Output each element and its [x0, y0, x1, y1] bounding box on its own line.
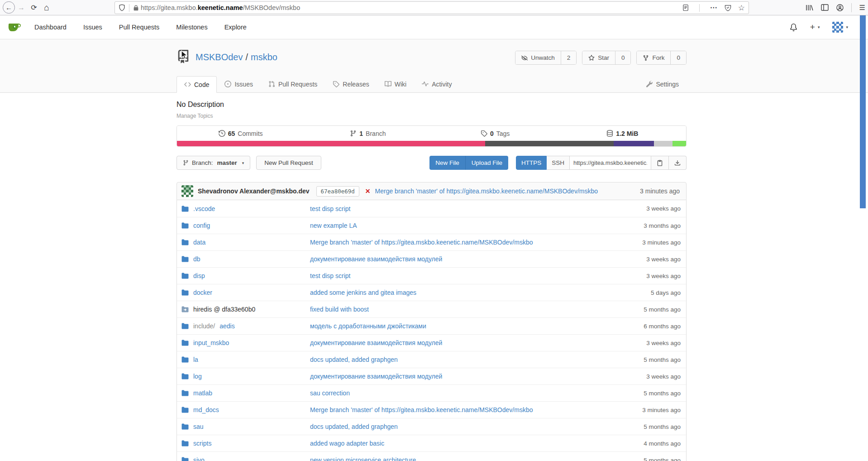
- repo-actions: Unwatch2Star0Fork0: [515, 51, 687, 65]
- create-new-button[interactable]: +▾: [810, 22, 820, 32]
- lock-icon[interactable]: [133, 5, 139, 11]
- commit-sha-link[interactable]: 67ea80e69d: [316, 186, 359, 197]
- fork-button[interactable]: Fork: [637, 51, 670, 64]
- unwatch-button[interactable]: Unwatch: [515, 51, 561, 64]
- clone-url-input[interactable]: [570, 156, 651, 170]
- file-link-log[interactable]: log: [193, 373, 202, 380]
- file-link-docker[interactable]: docker: [193, 289, 212, 296]
- file-commit-message-link[interactable]: added some jenkins and gitea images: [310, 289, 416, 296]
- nav-link-pull-requests[interactable]: Pull Requests: [119, 24, 159, 31]
- tracking-shield-icon[interactable]: [119, 4, 125, 11]
- file-commit-message-link[interactable]: sau correction: [310, 389, 350, 397]
- file-commit-message-link[interactable]: test disp script: [310, 272, 350, 279]
- browser-reload-button[interactable]: ⟳: [28, 1, 40, 14]
- stat-commits[interactable]: 65Commits: [177, 126, 304, 141]
- manage-topics-link[interactable]: Manage Topics: [176, 113, 213, 119]
- nav-link-milestones[interactable]: Milestones: [176, 24, 207, 31]
- file-commit-message-link[interactable]: fixed build with boost: [310, 306, 369, 313]
- copy-url-button[interactable]: [651, 156, 669, 170]
- browser-back-button[interactable]: ←: [3, 1, 15, 14]
- file-link-disp[interactable]: disp: [193, 272, 205, 279]
- nav-link-dashboard[interactable]: Dashboard: [34, 24, 67, 31]
- file-commit-message: модель с доработанными джойстиками: [310, 322, 644, 330]
- file-link-la[interactable]: la: [193, 356, 198, 363]
- file-commit-message-link[interactable]: new example LA: [310, 222, 357, 229]
- tab-releases[interactable]: Releases: [325, 76, 377, 92]
- nav-link-issues[interactable]: Issues: [83, 24, 102, 31]
- file-commit-message-link[interactable]: docs updated, added graphgen: [310, 356, 398, 363]
- user-menu[interactable]: ▾: [832, 22, 848, 33]
- new-pull-request-button[interactable]: New Pull Request: [256, 156, 321, 170]
- file-commit-message-link[interactable]: документирование взаимодействия модулей: [310, 339, 442, 346]
- file-commit-message-link[interactable]: docs updated, added graphgen: [310, 423, 398, 430]
- file-link-vscode[interactable]: .vscode: [193, 205, 215, 212]
- repo-owner-link[interactable]: MSKBOdev: [196, 52, 243, 62]
- file-link-md-docs[interactable]: md_docs: [193, 406, 219, 413]
- file-link-sivo[interactable]: sivo: [193, 456, 205, 461]
- stat-branch[interactable]: 1Branch: [304, 126, 431, 141]
- account-icon[interactable]: [836, 4, 844, 11]
- file-link-scripts[interactable]: scripts: [193, 440, 211, 447]
- repo-stats: 65Commits1Branch0Tags1.2 MiB: [176, 125, 687, 147]
- browser-home-button[interactable]: ⌂: [40, 1, 53, 14]
- file-commit-message-link[interactable]: документирование взаимодействия модулей: [310, 373, 442, 380]
- commit-message-link[interactable]: Merge branch 'master' of https://gitea.m…: [375, 187, 598, 195]
- fork-count[interactable]: 0: [670, 51, 686, 64]
- stat-value: 0: [490, 130, 494, 137]
- new-file-button[interactable]: New File: [429, 156, 465, 170]
- star-count[interactable]: 0: [615, 51, 631, 64]
- commit-author-avatar[interactable]: [181, 185, 193, 197]
- language-segment-5: [672, 141, 686, 146]
- notifications-bell-icon[interactable]: [790, 24, 797, 31]
- stat-tags[interactable]: 0Tags: [432, 126, 559, 141]
- menu-icon[interactable]: ☰: [859, 4, 865, 11]
- tab-activity[interactable]: Activity: [414, 76, 459, 92]
- file-link-db[interactable]: db: [193, 255, 200, 263]
- file-link-config[interactable]: config: [193, 222, 210, 229]
- pocket-icon[interactable]: [725, 5, 731, 11]
- reader-mode-icon[interactable]: [683, 4, 689, 11]
- file-link-matlab[interactable]: matlab: [193, 389, 212, 397]
- url-bar[interactable]: https://gitea.mskbo.keenetic.name/MSKBOd…: [114, 1, 749, 14]
- file-commit-message-link[interactable]: документирование взаимодействия модулей: [310, 255, 442, 263]
- tab-pull-requests[interactable]: Pull Requests: [261, 76, 325, 92]
- file-commit-message-link[interactable]: Merge branch 'master' of https://gitea.m…: [310, 406, 533, 413]
- sidebars-icon[interactable]: [821, 4, 829, 11]
- file-row-data: dataMerge branch 'master' of https://git…: [177, 234, 686, 250]
- file-commit-message: new version microservice architecture: [310, 456, 644, 461]
- branch-selector[interactable]: Branch:master ▾: [176, 156, 250, 170]
- stat-size[interactable]: 1.2 MiB: [559, 126, 686, 141]
- file-commit-message-link[interactable]: Merge branch 'master' of https://gitea.m…: [310, 239, 533, 246]
- tab-issues[interactable]: Issues: [217, 76, 260, 92]
- page-scrollbar[interactable]: [860, 15, 866, 208]
- bookmark-star-icon[interactable]: ☆: [738, 4, 745, 12]
- file-commit-message-link[interactable]: new version microservice architecture: [310, 456, 416, 461]
- star-button[interactable]: Star: [582, 51, 615, 64]
- file-link-aedis[interactable]: aedis: [219, 322, 234, 330]
- file-link-sau[interactable]: sau: [193, 423, 204, 430]
- download-button[interactable]: [669, 156, 687, 170]
- file-commit-message-link[interactable]: added wago adapter basic: [310, 440, 384, 447]
- tab-code[interactable]: Code: [176, 76, 217, 93]
- file-commit-message-link[interactable]: test disp script: [310, 205, 350, 212]
- file-commit-message-link[interactable]: модель с доработанными джойстиками: [310, 322, 426, 330]
- ssh-clone-button[interactable]: SSH: [547, 156, 570, 170]
- browser-forward-button[interactable]: →: [15, 1, 28, 14]
- gitea-logo-icon[interactable]: [7, 20, 23, 34]
- repo-name-link[interactable]: mskbo: [251, 52, 277, 62]
- file-commit-message: added wago adapter basic: [310, 440, 644, 447]
- file-prefix-link[interactable]: include/: [193, 322, 215, 330]
- upload-file-button[interactable]: Upload File: [465, 156, 508, 170]
- ci-status-failed-icon[interactable]: ✕: [365, 187, 371, 195]
- unwatch-count[interactable]: 2: [561, 51, 577, 64]
- file-link-data[interactable]: data: [193, 239, 205, 246]
- page-actions-icon[interactable]: ⋯: [710, 4, 718, 11]
- https-clone-button[interactable]: HTTPS: [516, 156, 547, 170]
- file-link-input-mskbo[interactable]: input_mskbo: [193, 339, 229, 346]
- library-icon[interactable]: [806, 4, 813, 11]
- file-name-cell: docker: [177, 289, 310, 296]
- tab-wiki[interactable]: Wiki: [377, 76, 414, 92]
- nav-link-explore[interactable]: Explore: [224, 24, 247, 31]
- folder-icon: [181, 206, 189, 212]
- tab-settings[interactable]: Settings: [638, 76, 687, 92]
